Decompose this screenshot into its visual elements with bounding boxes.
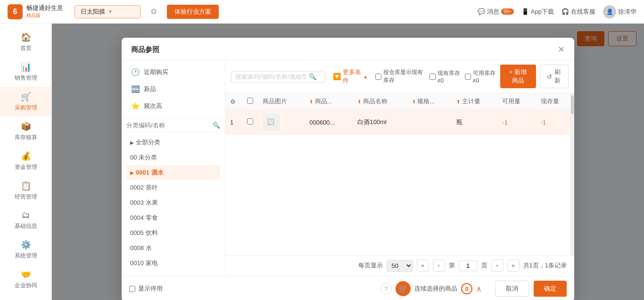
- user-btn[interactable]: 👤 徐泽华: [603, 5, 636, 18]
- left-panel: 🕐 近期购买 🆕 新品 ⭐ 频次高: [122, 60, 225, 275]
- first-page-button[interactable]: «: [417, 259, 429, 272]
- col-code[interactable]: ⬆ 商品...: [305, 93, 353, 110]
- sidebar-item-purchase[interactable]: 🛒 采购管理: [0, 87, 51, 117]
- table-row[interactable]: 1 🖼 000600... 白酒100ml 瓶: [225, 110, 574, 135]
- next-page-button[interactable]: ›: [491, 259, 504, 272]
- new-product-tab[interactable]: 🆕 新品: [126, 82, 220, 97]
- sidebar-item-business[interactable]: 📋 经营管理: [0, 176, 51, 206]
- modal-overlay: 商品参照 ✕ 🕐 近期购买 🆕: [52, 24, 644, 300]
- product-search-icon[interactable]: 🔍: [309, 73, 316, 80]
- frequent-label: 频次高: [144, 102, 162, 110]
- sidebar-item-system[interactable]: ⚙️ 系统管理: [0, 235, 51, 265]
- available-ne0-input[interactable]: [465, 74, 471, 80]
- refresh-label: 刷新: [554, 68, 561, 85]
- main-layout: 🏠 首页 📊 销售管理 🛒 采购管理 📦 库存核算 💰 资金管理 📋 经营管理 …: [0, 24, 644, 300]
- cat-0002[interactable]: 0002 茶叶: [126, 180, 220, 195]
- exp-button[interactable]: 体验行业方案: [167, 5, 219, 19]
- select-all-checkbox[interactable]: [247, 98, 253, 104]
- cat-0003[interactable]: 0003 水果: [126, 195, 220, 210]
- help-icon[interactable]: ?: [380, 283, 392, 294]
- show-disabled-input[interactable]: [129, 286, 135, 292]
- cart-icon[interactable]: 🛒: [396, 281, 411, 296]
- confirm-button[interactable]: 确定: [534, 281, 567, 297]
- collapse-arrow-icon[interactable]: ∧: [476, 284, 482, 293]
- per-page-select[interactable]: 50 20 100: [387, 260, 413, 272]
- headset-icon: 🎧: [561, 8, 569, 15]
- sidebar-inventory-label: 库存核算: [15, 133, 37, 142]
- cat-search-input[interactable]: [126, 119, 213, 132]
- cat-0005[interactable]: 0005 饮料: [126, 225, 220, 241]
- sidebar-item-finance[interactable]: 💰 资金管理: [0, 146, 51, 176]
- cart-label: 连续选择的商品: [414, 284, 457, 293]
- warehouse-checkbox-input[interactable]: [375, 74, 381, 80]
- pagination-bar: 每页显示 50 20 100 « ‹ 第 页 ›: [225, 255, 574, 275]
- add-product-button[interactable]: + 新增商品: [500, 65, 536, 88]
- recent-label: 近期购买: [144, 68, 168, 76]
- stock-ne0-checkbox[interactable]: 现有库存≠0: [429, 69, 461, 84]
- nav-right: 💬 消息 99+ 📱 App下载 🎧 在线客服 👤 徐泽华: [478, 5, 636, 18]
- cat-search-icon[interactable]: 🔍: [213, 122, 220, 129]
- sidebar-item-base-info[interactable]: 🗂 基础信息: [0, 206, 51, 235]
- frequent-tab[interactable]: ⭐ 频次高: [126, 99, 220, 114]
- finance-icon: 💰: [21, 151, 31, 161]
- warehouse-checkbox[interactable]: 按仓库显示现有库存: [375, 68, 426, 84]
- row-select-checkbox[interactable]: [247, 118, 253, 125]
- row-stock: -1: [536, 110, 574, 135]
- row-spec: [407, 110, 452, 135]
- sort-icon-code: ⬆: [309, 99, 313, 104]
- sidebar-item-guide[interactable]: 📖 新手引导: [0, 294, 51, 300]
- service-btn[interactable]: 🎧 在线客服: [561, 8, 595, 16]
- message-icon: 💬: [478, 8, 485, 15]
- recent-purchase-tab[interactable]: 🕐 近期购买: [126, 65, 220, 80]
- sidebar-purchase-label: 采购管理: [15, 104, 37, 112]
- left-panel-tabs: 🕐 近期购买 🆕 新品 ⭐ 频次高: [122, 65, 225, 114]
- business-icon: 📋: [21, 181, 31, 191]
- col-name[interactable]: ⬆ 商品名称: [353, 93, 407, 110]
- new-icon: 🆕: [131, 85, 140, 93]
- last-page-button[interactable]: »: [507, 259, 520, 272]
- cat-0008[interactable]: 0008 水: [126, 241, 220, 256]
- cat-00[interactable]: 00 未分类: [126, 150, 220, 165]
- sidebar-item-cooperation[interactable]: 🤝 企业协同: [0, 265, 51, 294]
- cat-0004[interactable]: 0004 零食: [126, 210, 220, 225]
- home-icon: 🏠: [21, 32, 31, 42]
- sales-icon: 📊: [21, 62, 31, 72]
- cancel-button[interactable]: 取消: [495, 281, 529, 297]
- frequent-icon: ⭐: [131, 102, 140, 110]
- sidebar-item-home[interactable]: 🏠 首页: [0, 27, 51, 57]
- prev-page-button[interactable]: ‹: [433, 259, 445, 272]
- col-checkbox: [242, 93, 258, 110]
- sidebar-item-inventory[interactable]: 📦 库存核算: [0, 117, 51, 146]
- product-thumbnail: 🖼: [263, 114, 280, 131]
- logo-area: 6 畅捷通好生意 精品版: [8, 4, 63, 19]
- sort-icon-unit: ⬆: [456, 99, 460, 104]
- stock-ne0-input[interactable]: [429, 74, 436, 80]
- cat-all[interactable]: ▶ 全部分类: [126, 135, 220, 150]
- nav-brand[interactable]: 日太阳膜 ▼: [74, 5, 140, 18]
- refresh-button[interactable]: ↺ 刷新: [540, 65, 569, 88]
- gear-button[interactable]: ⚙: [146, 4, 161, 19]
- sidebar-item-sales[interactable]: 📊 销售管理: [0, 57, 51, 87]
- product-search-input[interactable]: [235, 73, 306, 80]
- username-label: 徐泽华: [618, 8, 636, 16]
- message-btn[interactable]: 💬 消息 99+: [478, 8, 514, 16]
- modal-close-button[interactable]: ✕: [558, 44, 565, 55]
- show-disabled-checkbox[interactable]: 显示停用: [129, 284, 163, 293]
- app-download-btn[interactable]: 📱 App下载: [521, 8, 554, 16]
- row-unit: 瓶: [452, 110, 497, 135]
- product-modal: 商品参照 ✕ 🕐 近期购买 🆕: [122, 38, 574, 300]
- col-config[interactable]: ⚙: [225, 93, 242, 110]
- scroll-bar[interactable]: [570, 93, 574, 255]
- filter-button[interactable]: 🔽 更多条件 ▲: [329, 66, 372, 87]
- sidebar-coop-label: 企业协同: [15, 282, 37, 290]
- col-spec[interactable]: ⬆ 规格...: [407, 93, 452, 110]
- new-label: 新品: [144, 85, 156, 93]
- col-unit[interactable]: ⬆ 主计量: [452, 93, 497, 110]
- cat-0001[interactable]: ▶ 0001 酒水: [126, 165, 220, 180]
- table-header-row: ⚙ 商品图片 ⬆ 商品...: [225, 93, 574, 110]
- available-ne0-label: 可用库存≠0: [473, 69, 496, 84]
- available-ne0-checkbox[interactable]: 可用库存≠0: [465, 69, 496, 84]
- cat-0010[interactable]: 0010 家电: [126, 256, 220, 271]
- page-input[interactable]: [459, 260, 478, 271]
- row-checkbox[interactable]: [242, 110, 258, 135]
